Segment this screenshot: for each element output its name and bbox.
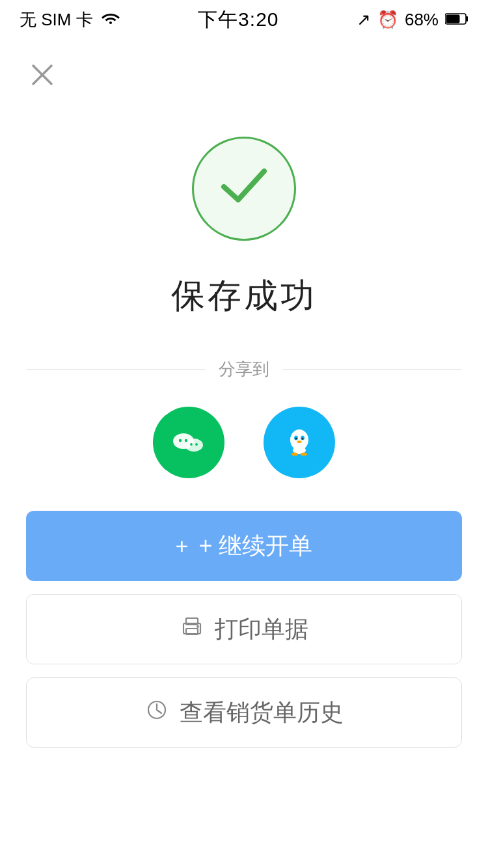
share-label: 分享到 [219, 358, 269, 381]
location-icon: ↗ [357, 10, 371, 30]
alarm-icon: ⏰ [377, 10, 398, 30]
history-label: 查看销货单历史 [180, 697, 344, 729]
print-button[interactable]: 打印单据 [26, 594, 462, 664]
status-left: 无 SIM 卡 [20, 8, 120, 31]
share-divider: 分享到 [26, 358, 462, 381]
share-qq-button[interactable] [264, 407, 335, 478]
close-area [0, 39, 488, 98]
print-icon [180, 614, 204, 645]
print-label: 打印单据 [215, 614, 308, 645]
continue-label: + 继续开单 [198, 530, 312, 562]
success-circle [192, 137, 296, 241]
history-icon [144, 698, 169, 728]
share-icons [26, 407, 462, 478]
status-bar: 无 SIM 卡 下午3:20 ↗ ⏰ 68% [0, 0, 488, 39]
svg-point-10 [195, 443, 198, 446]
success-title: 保存成功 [171, 273, 317, 319]
history-button[interactable]: 查看销货单历史 [26, 677, 462, 748]
share-wechat-button[interactable] [153, 407, 224, 478]
continue-button[interactable]: + + 继续开单 [26, 511, 462, 581]
battery-text: 68% [405, 10, 439, 30]
status-right: ↗ ⏰ 68% [357, 10, 468, 30]
svg-point-9 [190, 443, 193, 446]
svg-rect-2 [446, 14, 459, 23]
no-sim-text: 无 SIM 卡 [20, 8, 93, 31]
svg-point-18 [291, 453, 298, 456]
svg-point-17 [297, 441, 302, 443]
checkmark-icon [215, 156, 273, 223]
close-button[interactable] [26, 59, 59, 91]
main-content: 保存成功 分享到 [0, 98, 488, 868]
wifi-icon [101, 10, 120, 30]
continue-icon: + [176, 534, 189, 559]
svg-point-19 [301, 453, 307, 456]
svg-point-15 [295, 438, 297, 440]
battery-icon [445, 10, 468, 30]
svg-point-16 [302, 438, 304, 440]
share-section: 分享到 [26, 358, 462, 478]
svg-point-23 [197, 625, 199, 628]
svg-point-6 [185, 439, 203, 452]
status-time: 下午3:20 [198, 7, 278, 33]
svg-rect-1 [466, 16, 468, 21]
action-buttons: + + 继续开单 打印单据 查看销货单历 [26, 511, 462, 748]
svg-point-7 [179, 439, 182, 442]
svg-point-8 [185, 439, 187, 442]
